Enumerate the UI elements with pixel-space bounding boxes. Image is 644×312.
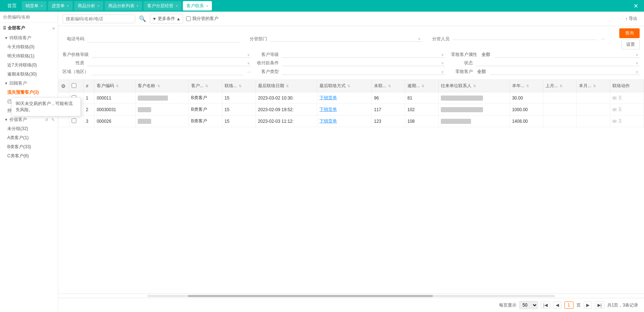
sidebar-all-customers[interactable]: ⠿ 全部客户 «	[0, 23, 58, 33]
export-button[interactable]: ↑ 导出	[623, 14, 640, 23]
close-icon[interactable]: ×	[206, 4, 208, 8]
nav-tab-customer-layer[interactable]: 客户分层经营 ×	[144, 1, 181, 11]
close-icon[interactable]: ×	[97, 4, 100, 8]
row-last-way[interactable]: 下销货单	[317, 116, 372, 127]
sort-icon[interactable]: ⇅	[205, 84, 208, 88]
more-icon[interactable]: ⠿	[618, 95, 622, 101]
col-settings[interactable]: ⚙	[58, 80, 69, 92]
nav-tab-sales[interactable]: 销货单 ×	[22, 1, 47, 11]
filter-status-select[interactable]: ∨	[476, 60, 640, 66]
my-customers-checkbox[interactable]	[186, 16, 191, 21]
next-page-button[interactable]: ▶	[584, 301, 592, 309]
filter-region-dots[interactable]: ···	[247, 69, 251, 74]
col-this-year[interactable]: 本年... ⇅	[510, 80, 543, 92]
col-this-month[interactable]: 本月... ⇅	[576, 80, 610, 92]
sidebar-item-today-contact[interactable]: 今天待联络(0)	[0, 42, 58, 52]
sort-icon[interactable]: ⇅	[593, 84, 596, 88]
sort-icon[interactable]: ⇅	[286, 84, 289, 88]
sort-icon[interactable]: ⇅	[157, 84, 160, 88]
sort-icon[interactable]: ⇅	[347, 84, 350, 88]
more-icon[interactable]: ⠿	[618, 118, 622, 124]
col-contact[interactable]: 联络... ⇅	[222, 80, 255, 92]
col-type[interactable]: 客户... ⇅	[189, 80, 222, 92]
prev-page-button[interactable]: ◀	[553, 301, 562, 309]
message-icon[interactable]: ✉	[612, 107, 617, 113]
sort-icon[interactable]: ⇅	[239, 84, 242, 88]
my-customers-checkbox-label[interactable]: 我分管的客户	[186, 16, 218, 22]
sidebar-item-class-a[interactable]: A类客户(1)	[0, 133, 58, 142]
filter-zero-customer-select[interactable]: ∨	[490, 69, 640, 75]
settings-gear-icon[interactable]: ⚙	[61, 83, 66, 89]
filter-price-select[interactable]: ∨	[92, 52, 251, 58]
scroll-thumb[interactable]	[188, 295, 433, 297]
filter-region-input[interactable]	[92, 68, 243, 75]
nav-tab-purchase[interactable]: 进货单 ×	[48, 1, 73, 11]
col-last-contact-way[interactable]: 最后联络方式 ⇅	[317, 80, 372, 92]
search-input[interactable]	[63, 15, 135, 23]
more-conditions-button[interactable]: ▼ 更多条件 ▲	[150, 14, 183, 24]
query-button[interactable]: 查询	[619, 28, 640, 38]
filter-customer-level-select[interactable]: ∨	[282, 52, 446, 58]
sidebar-group-value[interactable]: ▼ 价值客户 ↺ ✎	[0, 115, 58, 124]
col-code[interactable]: 客户编码 ⇅	[94, 80, 136, 92]
sort-icon[interactable]: ⇅	[473, 84, 476, 88]
close-icon[interactable]: ×	[41, 4, 43, 8]
message-icon[interactable]: ✉	[612, 118, 617, 124]
sidebar-item-ungroup[interactable]: 未分组(32)	[0, 124, 58, 133]
sidebar-item-churn-warning[interactable]: 流失预警客户(3)	[0, 88, 58, 97]
filter-payment-select[interactable]: ∨	[282, 60, 446, 66]
col-name[interactable]: 客户名称 ⇅	[136, 80, 189, 92]
nav-home[interactable]: 首页	[3, 0, 21, 12]
refresh-icon[interactable]: ↺	[45, 117, 48, 122]
last-way-link[interactable]: 下销货单	[319, 95, 337, 100]
select-all-checkbox[interactable]	[72, 83, 76, 88]
filter-more-dots[interactable]: ···	[601, 36, 605, 41]
sidebar-group-pending[interactable]: ▼ 待联络客户	[0, 33, 58, 42]
message-icon[interactable]: ✉	[612, 95, 617, 101]
row-checkbox[interactable]	[69, 116, 84, 127]
filter-phone-input[interactable]	[87, 36, 240, 42]
filter-gender-select[interactable]: ∨	[87, 60, 251, 66]
last-way-link[interactable]: 下销货单	[319, 118, 337, 123]
row-last-way[interactable]: 下销货单	[317, 92, 372, 104]
sort-icon[interactable]: ⇅	[116, 84, 119, 88]
last-way-link[interactable]: 下销货单	[319, 107, 337, 112]
sort-icon[interactable]: ⇅	[422, 84, 424, 88]
sidebar-group-review[interactable]: ▼ 回顾客户	[0, 79, 58, 88]
more-icon[interactable]: ⠿	[618, 107, 622, 113]
sidebar-item-tomorrow-contact[interactable]: 明天待联络(1)	[0, 52, 58, 61]
sidebar-item-overdue-contact[interactable]: 逾期未联络(30)	[0, 70, 58, 79]
col-no-contact[interactable]: 未联... ⇅	[372, 80, 405, 92]
sort-icon[interactable]: ⇅	[526, 84, 529, 88]
settings-button[interactable]: 设置	[621, 40, 640, 49]
per-page-select[interactable]: 50 20 100	[519, 301, 538, 309]
sidebar-item-class-b[interactable]: B类客户(33)	[0, 142, 58, 151]
close-icon[interactable]: ×	[176, 4, 178, 8]
filter-customer-type-select[interactable]: ∨	[282, 69, 446, 75]
filter-manager-select[interactable]	[452, 38, 597, 40]
col-overdue[interactable]: 逾期... ⇅	[405, 80, 439, 92]
col-last-month[interactable]: 上月... ⇅	[543, 80, 576, 92]
search-button[interactable]: 🔍	[138, 15, 147, 22]
window-close-button[interactable]: ✕	[631, 3, 641, 9]
nav-tab-analysis-list[interactable]: 商品分析列表 ×	[105, 1, 142, 11]
sidebar-item-7days-contact[interactable]: 近7天待联络(0)	[0, 61, 58, 70]
filter-zero-attr-select[interactable]: ∨	[495, 52, 640, 58]
filter-dept-select[interactable]: ∨	[270, 36, 422, 42]
col-last-contact-date[interactable]: 最后联络日期 ⇅	[255, 80, 317, 92]
sidebar-search-input[interactable]	[3, 15, 57, 20]
close-icon[interactable]: ×	[137, 4, 139, 8]
edit-icon[interactable]: ✎	[51, 117, 55, 122]
row-last-way[interactable]: 下销货单	[317, 104, 372, 116]
last-page-button[interactable]: ▶|	[595, 301, 604, 309]
sidebar-item-class-c[interactable]: C类客户(6)	[0, 151, 58, 161]
first-page-button[interactable]: |◀	[541, 301, 550, 309]
nav-tab-customer-contact[interactable]: 客户联系 ×	[183, 1, 212, 11]
close-icon[interactable]: ×	[67, 4, 69, 8]
scroll-track[interactable]	[147, 295, 555, 297]
sort-icon[interactable]: ⇅	[560, 84, 563, 88]
nav-tab-analysis[interactable]: 商品分析 ×	[74, 1, 103, 11]
sort-icon[interactable]: ⇅	[388, 84, 391, 88]
horizontal-scrollbar[interactable]	[58, 293, 644, 298]
col-unit-contact[interactable]: 往来单位联系人 ⇅	[439, 80, 510, 92]
